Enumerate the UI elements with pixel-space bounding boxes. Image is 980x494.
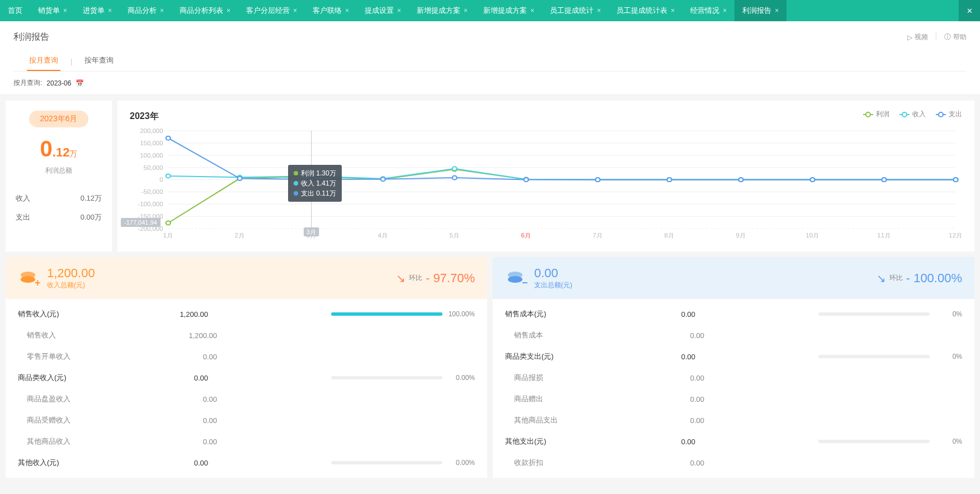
close-icon[interactable]: × bbox=[723, 7, 727, 15]
close-icon[interactable]: × bbox=[63, 7, 67, 15]
income-panel-body: 销售收入(元)1,200.00100.00%销售收入1,200.00零售开单收入… bbox=[6, 299, 487, 478]
legend-profit[interactable]: 利润 bbox=[863, 110, 889, 119]
close-icon[interactable]: × bbox=[293, 7, 297, 15]
svg-text:50,000: 50,000 bbox=[144, 164, 163, 170]
svg-text:12月: 12月 bbox=[949, 232, 962, 239]
row-value: 1,200.00 bbox=[141, 310, 208, 319]
chart-title: 2023年 bbox=[130, 111, 962, 122]
close-icon[interactable]: × bbox=[227, 7, 230, 15]
row-value: 0.00 bbox=[628, 353, 695, 361]
row-bar: 0% bbox=[695, 310, 962, 318]
close-icon[interactable]: × bbox=[597, 7, 601, 15]
tab-item[interactable]: 客户分层经营× bbox=[238, 0, 305, 21]
legend-income[interactable]: 收入 bbox=[899, 110, 926, 119]
row-bar-pct: 0% bbox=[934, 438, 962, 445]
panels-row: + 1,200.00 收入总额(元) ↘ 环比 - 97.70% 销售收入(元)… bbox=[0, 257, 980, 483]
row-bar: 0.00% bbox=[208, 459, 475, 467]
row-label: 其他支出(元) bbox=[505, 436, 628, 446]
svg-point-61 bbox=[453, 176, 457, 180]
filter-date-value[interactable]: 2023-06 bbox=[46, 79, 71, 87]
row-label: 收款折扣 bbox=[514, 458, 637, 468]
svg-text:10月: 10月 bbox=[805, 232, 819, 239]
summary-expense-row: 支出 0.00万 bbox=[16, 208, 102, 227]
row-label: 其他商品支出 bbox=[514, 415, 637, 425]
chart-card: 2023年 利润 收入 支出 -200,000-150,000-100,000-… bbox=[117, 101, 974, 251]
sub-category-row: 收款折扣0.00 bbox=[505, 452, 962, 473]
close-icon[interactable]: × bbox=[108, 7, 112, 15]
sub-category-row: 其他商品收入0.00 bbox=[18, 431, 475, 452]
svg-point-65 bbox=[739, 178, 743, 182]
tab-yearly-query[interactable]: 按年查询 bbox=[82, 51, 116, 71]
filter-row: 按月查询: 2023-06 📅 bbox=[0, 72, 980, 95]
category-row: 销售成本(元)0.000% bbox=[505, 303, 962, 325]
tab-monthly-query[interactable]: 按月查询 bbox=[27, 51, 60, 71]
play-icon: ▷ bbox=[907, 34, 912, 41]
row-value: 0.00 bbox=[628, 310, 695, 319]
header-actions: ▷ 视频 ⓘ 帮助 bbox=[907, 32, 967, 42]
row-label: 商品类支出(元) bbox=[505, 352, 628, 362]
tab-item[interactable]: 销货单× bbox=[30, 0, 75, 21]
legend-expense[interactable]: 支出 bbox=[936, 110, 962, 119]
close-icon[interactable]: × bbox=[464, 7, 468, 15]
video-link[interactable]: ▷ 视频 bbox=[907, 32, 928, 42]
category-row: 其他支出(元)0.000% bbox=[505, 431, 962, 452]
svg-text:8月: 8月 bbox=[665, 232, 675, 239]
close-icon[interactable]: × bbox=[530, 7, 534, 15]
svg-text:150,000: 150,000 bbox=[140, 140, 163, 146]
expense-panel-body: 销售成本(元)0.000%销售成本0.00商品类支出(元)0.000%商品报损0… bbox=[493, 299, 974, 478]
svg-point-33 bbox=[166, 221, 171, 225]
close-icon[interactable]: × bbox=[671, 7, 675, 15]
svg-text:-100,000: -100,000 bbox=[138, 201, 163, 207]
row-bar: 0.00% bbox=[208, 374, 475, 382]
category-row: 商品类收入(元)0.000.00% bbox=[18, 367, 475, 388]
tab-item[interactable]: 员工提成统计× bbox=[542, 0, 609, 21]
svg-text:-50,000: -50,000 bbox=[142, 189, 163, 195]
svg-point-59 bbox=[309, 178, 314, 182]
close-icon[interactable]: × bbox=[397, 7, 401, 15]
row-label: 销售收入(元) bbox=[18, 309, 141, 319]
svg-text:3月: 3月 bbox=[307, 229, 317, 235]
svg-point-70 bbox=[21, 276, 35, 283]
row-value: 0.00 bbox=[150, 416, 217, 425]
tab-item[interactable]: 新增提成方案× bbox=[475, 0, 542, 21]
tab-item[interactable]: 利润报告× bbox=[734, 0, 786, 21]
svg-text:2月: 2月 bbox=[235, 232, 245, 239]
tab-item[interactable]: 新增提成方案× bbox=[409, 0, 475, 21]
close-icon[interactable]: × bbox=[345, 7, 349, 15]
sub-category-row: 商品盘盈收入0.00 bbox=[18, 388, 475, 410]
divider bbox=[936, 32, 936, 40]
tab-item[interactable]: 经营情况× bbox=[682, 0, 734, 21]
sub-category-row: 销售成本0.00 bbox=[505, 325, 962, 346]
sub-category-row: 商品报损0.00 bbox=[505, 367, 962, 388]
close-icon[interactable]: × bbox=[775, 7, 779, 15]
income-comparison-pct: - 97.70% bbox=[426, 271, 475, 286]
expense-icon: − bbox=[505, 267, 527, 289]
help-link[interactable]: ⓘ 帮助 bbox=[944, 32, 967, 42]
svg-point-57 bbox=[166, 136, 171, 140]
tab-item[interactable]: 客户联络× bbox=[305, 0, 357, 21]
row-label: 零售开单收入 bbox=[27, 352, 150, 362]
sub-category-row: 商品赠出0.00 bbox=[505, 388, 962, 410]
row-value: 0.00 bbox=[637, 374, 704, 382]
svg-text:9月: 9月 bbox=[736, 232, 746, 239]
page-header: 利润报告 ▷ 视频 ⓘ 帮助 按月查询 | 按年查询 bbox=[0, 21, 980, 72]
tab-item[interactable]: 商品分析列表× bbox=[172, 0, 238, 21]
tab-item[interactable]: 首页 bbox=[0, 0, 30, 21]
tab-item[interactable]: 进货单× bbox=[75, 0, 120, 21]
tab-item[interactable]: 提成设置× bbox=[357, 0, 409, 21]
top-tabs-bar: 首页销货单×进货单×商品分析×商品分析列表×客户分层经营×客户联络×提成设置×新… bbox=[0, 0, 980, 21]
profit-total-value: 0.12万 bbox=[16, 136, 102, 162]
svg-point-73 bbox=[508, 276, 522, 283]
row-bar-pct: 100.00% bbox=[447, 310, 475, 318]
line-chart[interactable]: -200,000-150,000-100,000-50,000050,00010… bbox=[130, 128, 962, 240]
calendar-icon[interactable]: 📅 bbox=[76, 79, 84, 87]
tab-item[interactable]: 员工提成统计表× bbox=[609, 0, 682, 21]
svg-point-58 bbox=[238, 177, 242, 180]
close-all-tabs-button[interactable]: ✕ bbox=[959, 0, 980, 21]
tab-item[interactable]: 商品分析× bbox=[120, 0, 172, 21]
row-value: 0.00 bbox=[637, 416, 704, 425]
row-value: 0.00 bbox=[637, 331, 704, 340]
close-icon[interactable]: × bbox=[160, 7, 164, 15]
expense-comparison-pct: - 100.00% bbox=[906, 271, 962, 286]
svg-text:+: + bbox=[35, 277, 40, 288]
